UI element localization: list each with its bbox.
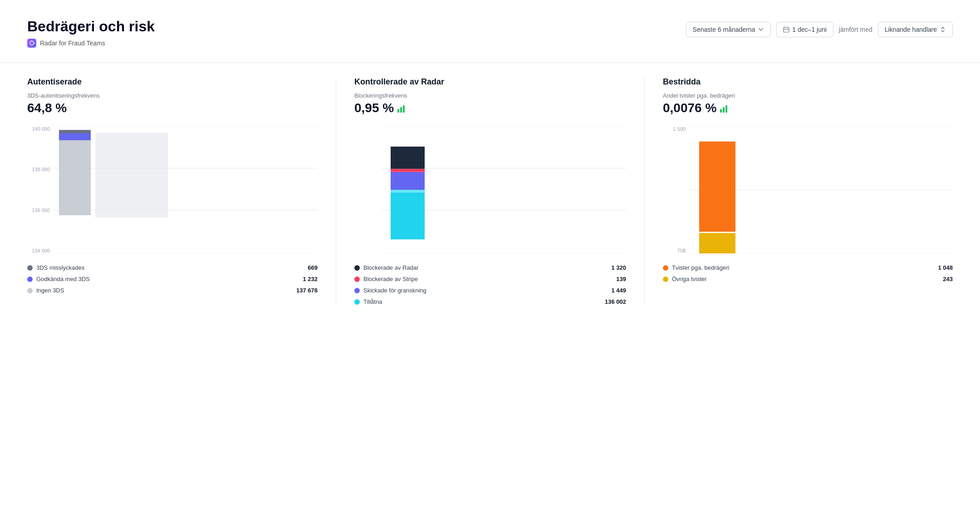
updown-icon <box>940 26 946 33</box>
bestridda-plot <box>690 126 953 253</box>
bestridda-chart: 1 500 750 0 <box>663 126 953 253</box>
legend-item-3ds-approved: Godkända med 3DS 1 232 <box>27 276 318 282</box>
autentiserade-grid <box>54 126 318 253</box>
legend-label-3ds-approved: Godkända med 3DS <box>36 276 90 282</box>
calendar-icon <box>783 26 789 33</box>
legend-label-fraud-disputes: Tvister pga. bedrägeri <box>672 264 729 271</box>
legend-value-blocked-stripe: 139 <box>616 276 626 282</box>
period-dropdown[interactable]: Senaste 6 månaderna <box>686 22 771 37</box>
b-y-label-1500: 1 500 <box>663 126 689 132</box>
autentiserade-section: Autentiserade 3DS-autentiseringsfrekvens… <box>27 77 336 305</box>
legend-item-no-3ds: Ingen 3DS 137 678 <box>27 287 318 294</box>
legend-value-sent-review: 1 449 <box>611 287 626 294</box>
legend-value-blocked-radar: 1 320 <box>611 264 626 271</box>
bestridda-legend: Tvister pga. bedrägeri 1 048 Övriga tvis… <box>663 264 953 282</box>
svg-rect-29 <box>699 232 735 233</box>
svg-rect-28 <box>699 142 735 233</box>
legend-item-3ds-failed: 3DS misslyckades 669 <box>27 264 318 271</box>
y-label-134: 134 000 <box>27 248 54 253</box>
legend-value-3ds-approved: 1 232 <box>303 276 318 282</box>
legend-dot-sent-review <box>354 288 360 293</box>
svg-rect-21 <box>391 190 425 193</box>
legend-label-sent-review: Skickade för granskning <box>363 287 426 294</box>
date-range-button[interactable]: 1 dec–1 juni <box>776 22 833 37</box>
svg-rect-30 <box>699 233 735 253</box>
legend-item-blocked-radar: Blockerade av Radar 1 320 <box>354 264 626 271</box>
svg-rect-23 <box>391 169 425 172</box>
bestridda-section: Bestridda Andel tvister pga. bedrägeri 0… <box>644 77 953 305</box>
page-header: Bedrägeri och risk Radar for Fraud Teams… <box>27 18 953 48</box>
legend-dot-fraud-disputes <box>663 265 668 271</box>
kontrollerade-chart <box>354 126 626 253</box>
autentiserade-metric-label: 3DS-autentiseringsfrekvens <box>27 92 318 99</box>
kontrollerade-y-axis <box>354 126 381 253</box>
legend-value-fraud-disputes: 1 048 <box>938 264 953 271</box>
y-label-138: 138 000 <box>27 167 54 172</box>
legend-dot-3ds-approved <box>27 277 33 282</box>
bestridda-grid <box>690 126 953 253</box>
kontrollerade-title: Kontrollerade av Radar <box>354 77 626 87</box>
kontrollerade-metric-value: 0,95 % <box>354 101 626 115</box>
legend-item-blocked-stripe: Blockerade av Stripe 139 <box>354 276 626 282</box>
legend-dot-3ds-failed <box>27 265 33 271</box>
legend-label-blocked-stripe: Blockerade av Stripe <box>363 276 418 282</box>
header-controls: Senaste 6 månaderna 1 dec–1 juni jämfört… <box>686 22 953 37</box>
legend-item-fraud-disputes: Tvister pga. bedrägeri 1 048 <box>663 264 953 271</box>
bestridda-metric-value: 0,0076 % <box>663 101 953 115</box>
kontrollerade-legend: Blockerade av Radar 1 320 Blockerade av … <box>354 264 626 305</box>
svg-rect-4 <box>784 27 789 32</box>
header-left: Bedrägeri och risk Radar for Fraud Teams <box>27 18 155 48</box>
svg-rect-22 <box>391 172 425 190</box>
similar-merchants-dropdown[interactable]: Liknande handlare <box>878 22 953 37</box>
bestridda-metric-label: Andel tvister pga. bedrägeri <box>663 92 953 99</box>
legend-item-other-disputes: Övriga tvister 243 <box>663 276 953 282</box>
period-label: Senaste 6 månaderna <box>693 26 755 33</box>
legend-dot-allowed <box>354 299 360 305</box>
y-label-140: 140 000 <box>27 126 54 132</box>
subtitle-text: Radar for Fraud Teams <box>40 40 105 47</box>
legend-dot-blocked-stripe <box>354 277 360 282</box>
similar-merchants-label: Liknande handlare <box>885 26 937 33</box>
svg-rect-15 <box>95 133 168 218</box>
legend-dot-other-disputes <box>663 277 668 282</box>
svg-rect-0 <box>27 39 36 48</box>
legend-label-blocked-radar: Blockerade av Radar <box>363 264 418 271</box>
kontrollerade-plot <box>382 126 626 253</box>
svg-rect-14 <box>59 130 91 133</box>
kontrollerade-trend-icon <box>397 104 405 113</box>
legend-item-sent-review: Skickade för granskning 1 449 <box>354 287 626 294</box>
svg-rect-24 <box>391 147 425 169</box>
legend-label-3ds-failed: 3DS misslyckades <box>36 264 84 271</box>
legend-dot-blocked-radar <box>354 265 360 271</box>
kontrollerade-section: Kontrollerade av Radar Blockeringsfrekve… <box>336 77 644 305</box>
bestridda-title: Bestridda <box>663 77 953 87</box>
charts-container: Autentiserade 3DS-autentiseringsfrekvens… <box>27 77 953 305</box>
svg-rect-20 <box>391 193 425 240</box>
bestridda-y-axis: 1 500 750 0 <box>663 126 689 253</box>
autentiserade-title: Autentiserade <box>27 77 318 87</box>
legend-label-allowed: Tillåtna <box>363 298 382 305</box>
autentiserade-metric-value: 64,8 % <box>27 101 318 115</box>
date-range-label: 1 dec–1 juni <box>792 26 827 33</box>
autentiserade-chart: 140 000 138 000 136 000 134 000 <box>27 126 318 253</box>
legend-value-other-disputes: 243 <box>943 276 953 282</box>
legend-label-other-disputes: Övriga tvister <box>672 276 707 282</box>
subtitle: Radar for Fraud Teams <box>27 39 155 48</box>
legend-value-no-3ds: 137 678 <box>296 287 318 294</box>
chevron-down-icon <box>758 26 764 33</box>
kontrollerade-grid <box>382 126 626 253</box>
autentiserade-legend: 3DS misslyckades 669 Godkända med 3DS 1 … <box>27 264 318 294</box>
svg-rect-12 <box>59 130 91 215</box>
kontrollerade-metric-label: Blockeringsfrekvens <box>354 92 626 99</box>
legend-value-allowed: 136 002 <box>605 298 626 305</box>
header-divider <box>0 62 980 63</box>
y-label-136: 136 000 <box>27 208 54 213</box>
legend-dot-no-3ds <box>27 288 33 293</box>
autentiserade-y-axis: 140 000 138 000 136 000 134 000 <box>27 126 54 253</box>
radar-icon <box>27 39 36 48</box>
b-y-label-0: 0 <box>663 248 689 253</box>
legend-item-allowed: Tillåtna 136 002 <box>354 298 626 305</box>
page-title: Bedrägeri och risk <box>27 18 155 35</box>
autentiserade-plot <box>54 126 318 253</box>
legend-value-3ds-failed: 669 <box>308 264 318 271</box>
